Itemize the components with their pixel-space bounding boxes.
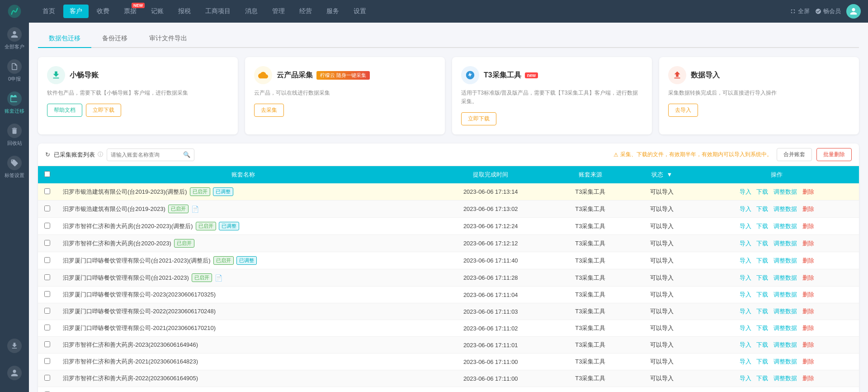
row-checkbox-6[interactable] <box>44 291 50 297</box>
adjust-action[interactable]: 调整数据 <box>772 291 799 298</box>
download-action[interactable]: 下载 <box>755 223 770 229</box>
import-action[interactable]: 导入 <box>738 341 753 348</box>
download-now-button-1[interactable]: 立即下载 <box>86 104 121 117</box>
download-action[interactable]: 下载 <box>755 358 770 365</box>
import-action[interactable]: 导入 <box>738 308 753 315</box>
download-now-button-3[interactable]: 立即下载 <box>461 112 496 125</box>
adjust-action[interactable]: 调整数据 <box>772 188 799 195</box>
tab-audit-export[interactable]: 审计文件导出 <box>138 30 198 48</box>
delete-action[interactable]: 删除 <box>801 223 816 229</box>
import-action[interactable]: 导入 <box>738 274 753 281</box>
row-checkbox-8[interactable] <box>44 325 50 330</box>
collect-button[interactable]: 去采集 <box>254 104 284 117</box>
download-action[interactable]: 下载 <box>755 240 770 247</box>
delete-action[interactable]: 删除 <box>801 375 816 382</box>
download-action[interactable]: 下载 <box>755 206 770 212</box>
search-input[interactable] <box>111 152 183 158</box>
delete-action[interactable]: 删除 <box>801 358 816 365</box>
member-button[interactable]: 畅会员 <box>815 7 841 15</box>
delete-action[interactable]: 删除 <box>801 291 816 298</box>
delete-action[interactable]: 删除 <box>801 274 816 281</box>
adjust-action[interactable]: 调整数据 <box>772 206 799 212</box>
import-action[interactable]: 导入 <box>738 325 753 331</box>
download-action[interactable]: 下载 <box>755 325 770 331</box>
nav-item-billing[interactable]: 收费 <box>90 5 116 18</box>
delete-action[interactable]: 删除 <box>801 188 816 195</box>
import-action[interactable]: 导入 <box>738 223 753 229</box>
nav-item-operation[interactable]: 经营 <box>293 5 318 18</box>
nav-item-tax[interactable]: 报税 <box>172 5 197 18</box>
nav-item-bookkeeping[interactable]: 记账 <box>145 5 170 18</box>
import-action[interactable]: 导入 <box>738 188 753 195</box>
batch-delete-button[interactable]: 批量删除 <box>816 148 852 161</box>
sidebar-item-all-clients[interactable]: 全部客户 <box>0 23 29 55</box>
status-filter-icon[interactable]: ▼ <box>667 171 673 178</box>
delete-action[interactable]: 删除 <box>801 325 816 331</box>
download-action[interactable]: 下载 <box>755 308 770 315</box>
delete-action[interactable]: 删除 <box>801 308 816 315</box>
adjust-action[interactable]: 调整数据 <box>772 240 799 247</box>
row-checkbox-2[interactable] <box>44 223 50 229</box>
adjust-action[interactable]: 调整数据 <box>772 308 799 315</box>
row-checkbox-5[interactable] <box>44 274 50 280</box>
row-time: 2023-06-06 17:11:28 <box>430 269 552 287</box>
user-avatar[interactable] <box>846 4 861 19</box>
nav-item-messages[interactable]: 消息 <box>239 5 264 18</box>
download-action[interactable]: 下载 <box>755 375 770 382</box>
row-checkbox-3[interactable] <box>44 240 50 246</box>
sidebar-item-tag-settings[interactable]: 标签设置 <box>0 151 29 183</box>
row-checkbox-0[interactable] <box>44 188 50 194</box>
nav-item-settings[interactable]: 设置 <box>347 5 373 18</box>
nav-item-service[interactable]: 服务 <box>320 5 345 18</box>
tab-backup-migration[interactable]: 备份迁移 <box>91 30 138 48</box>
merge-button[interactable]: 合并账套 <box>777 148 812 161</box>
download-action[interactable]: 下载 <box>755 341 770 348</box>
download-action[interactable]: 下载 <box>755 188 770 195</box>
import-action[interactable]: 导入 <box>738 358 753 365</box>
delete-action[interactable]: 删除 <box>801 341 816 348</box>
select-all-checkbox[interactable] <box>44 171 50 177</box>
search-icon[interactable]: 🔍 <box>183 151 190 158</box>
fullscreen-button[interactable]: 全屏 <box>790 7 810 15</box>
help-doc-button[interactable]: 帮助文档 <box>47 104 82 117</box>
import-action[interactable]: 导入 <box>738 375 753 382</box>
refresh-icon[interactable]: ↻ <box>45 151 50 158</box>
adjust-action[interactable]: 调整数据 <box>772 375 799 382</box>
row-checkbox-9[interactable] <box>44 341 50 347</box>
nav-item-business[interactable]: 工商项目 <box>199 5 237 18</box>
row-checkbox-11[interactable] <box>44 375 50 381</box>
row-checkbox-7[interactable] <box>44 308 50 314</box>
adjust-action[interactable]: 调整数据 <box>772 341 799 348</box>
download-action[interactable]: 下载 <box>755 257 770 264</box>
delete-action[interactable]: 删除 <box>801 240 816 247</box>
download-action[interactable]: 下载 <box>755 291 770 298</box>
nav-item-home[interactable]: 首页 <box>36 5 61 18</box>
card-header-4: 数据导入 <box>668 66 850 84</box>
sidebar-item-zero-report[interactable]: 0申报 <box>0 55 29 87</box>
sidebar-item-account-migration[interactable]: 账套迁移 <box>0 87 29 119</box>
adjust-action[interactable]: 调整数据 <box>772 257 799 264</box>
row-checkbox-1[interactable] <box>44 206 50 211</box>
download-action[interactable]: 下载 <box>755 274 770 281</box>
import-button[interactable]: 去导入 <box>668 104 698 117</box>
nav-item-clients[interactable]: 客户 <box>63 5 89 18</box>
row-checkbox-10[interactable] <box>44 358 50 364</box>
sidebar-item-recycle[interactable]: 回收站 <box>0 119 29 151</box>
import-action[interactable]: 导入 <box>738 257 753 264</box>
adjust-action[interactable]: 调整数据 <box>772 325 799 331</box>
sidebar-item-user-bottom[interactable] <box>0 361 29 385</box>
row-checkbox-4[interactable] <box>44 257 50 263</box>
delete-action[interactable]: 删除 <box>801 257 816 264</box>
sidebar-item-download[interactable] <box>0 334 29 358</box>
import-action[interactable]: 导入 <box>738 291 753 298</box>
nav-item-manage[interactable]: 管理 <box>266 5 291 18</box>
delete-action[interactable]: 删除 <box>801 206 816 212</box>
adjust-action[interactable]: 调整数据 <box>772 358 799 365</box>
import-action[interactable]: 导入 <box>738 206 753 212</box>
adjust-action[interactable]: 调整数据 <box>772 223 799 229</box>
adjust-action[interactable]: 调整数据 <box>772 274 799 281</box>
row-name-0: 汩罗市银浩建筑有限公司(台2019-2023)(调整后)已启开已调整 <box>63 187 424 196</box>
table-info-icon[interactable]: ⓘ <box>98 151 103 158</box>
tab-data-migration[interactable]: 数据包迁移 <box>38 30 91 48</box>
import-action[interactable]: 导入 <box>738 240 753 247</box>
